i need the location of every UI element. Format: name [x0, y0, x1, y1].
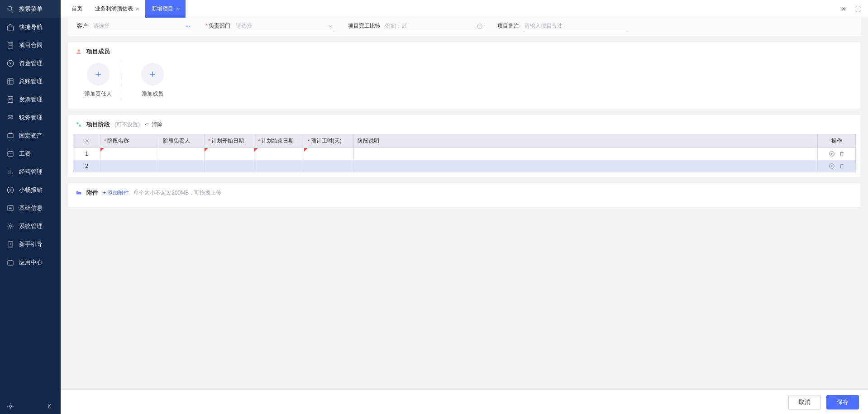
cell-start-date[interactable] — [205, 160, 254, 172]
sidebar-salary[interactable]: 工资 — [0, 145, 61, 163]
col-desc: 阶段说明 — [354, 134, 817, 148]
project-form-row: 客户 *负责部门 项目完工比% — [68, 18, 861, 36]
settings-icon — [6, 222, 14, 230]
add-owner-button[interactable] — [87, 63, 110, 86]
phase-table: *阶段名称 阶段负责人 *计划开始日期 *计划结束日期 *预计工时(天) 阶段说… — [73, 134, 856, 172]
remark-label: 项目备注 — [497, 22, 519, 30]
add-owner-box: 添加责任人 — [76, 61, 121, 100]
sidebar-item-label: 新手引导 — [19, 240, 43, 248]
svg-point-9 — [10, 225, 12, 228]
add-row-icon[interactable] — [829, 163, 835, 169]
apps-icon — [6, 258, 14, 266]
attachment-section: 附件 + 添加附件 单个大小不超过200MB，可拖拽上传 — [68, 183, 861, 207]
table-row: 1 — [73, 148, 817, 160]
cell-phase-name[interactable] — [100, 160, 159, 172]
table-row: 2 — [73, 160, 817, 172]
tax-icon — [6, 114, 14, 122]
save-button[interactable]: 保存 — [826, 395, 859, 409]
delete-row-icon[interactable] — [839, 151, 845, 157]
cell-desc[interactable] — [354, 160, 817, 172]
info-icon — [6, 204, 14, 212]
sidebar-invoice[interactable]: 发票管理 — [0, 90, 61, 109]
members-section: 项目成员 添加责任人 添加成员 — [68, 42, 861, 109]
close-icon[interactable]: × — [136, 6, 139, 12]
add-member-button[interactable] — [141, 63, 164, 86]
cell-end-date[interactable] — [254, 148, 304, 160]
sidebar-tax[interactable]: 税务管理 — [0, 109, 61, 127]
department-input[interactable] — [235, 21, 334, 31]
tab-new-project[interactable]: 新增项目 × — [145, 0, 186, 18]
phase-clear-button[interactable]: 清除 — [144, 121, 162, 128]
svg-point-17 — [78, 49, 80, 52]
row-index: 1 — [73, 148, 100, 160]
gear-column-header[interactable] — [73, 134, 100, 148]
close-panel-icon[interactable]: ✕ — [838, 4, 849, 14]
sidebar-item-label: 基础信息 — [19, 204, 43, 212]
add-attachment-button[interactable]: + 添加附件 — [103, 189, 129, 197]
sidebar: 搜索菜单 快捷导航 项目合同 资金管理 总账管理 发票管理 税务管理 固定资产 — [0, 0, 61, 414]
person-icon — [76, 48, 82, 55]
svg-point-20 — [86, 140, 88, 142]
sidebar-quicknav[interactable]: 快捷导航 — [0, 18, 61, 36]
cell-phase-name[interactable] — [100, 148, 159, 160]
cell-phase-person[interactable] — [159, 160, 205, 172]
svg-rect-5 — [8, 134, 13, 138]
svg-point-0 — [8, 6, 12, 10]
cell-end-date[interactable] — [254, 160, 304, 172]
sidebar-item-label: 经营管理 — [19, 168, 43, 176]
collapse-icon[interactable] — [46, 402, 54, 410]
home-icon — [6, 23, 14, 31]
row-index: 2 — [73, 160, 100, 172]
sidebar-item-label: 发票管理 — [19, 95, 43, 104]
sidebar-ledger[interactable]: 总账管理 — [0, 72, 61, 90]
add-member-box: 添加成员 — [132, 61, 173, 100]
tab-home[interactable]: 首页 — [65, 0, 89, 18]
sidebar-item-label: 小畅报销 — [19, 186, 43, 194]
cell-hours[interactable] — [304, 148, 354, 160]
cell-desc[interactable] — [354, 148, 817, 160]
remark-input[interactable] — [524, 21, 628, 31]
add-row-icon[interactable] — [829, 151, 835, 157]
sidebar-item-label: 工资 — [19, 150, 31, 158]
phase-title: 项目阶段 — [86, 120, 110, 128]
cell-start-date[interactable] — [205, 148, 254, 160]
col-start-date: *计划开始日期 — [205, 134, 254, 148]
close-icon[interactable]: × — [176, 6, 179, 12]
file-icon — [6, 41, 14, 49]
sidebar-item-label: 应用中心 — [19, 258, 43, 266]
add-owner-label: 添加责任人 — [85, 90, 112, 98]
svg-rect-3 — [8, 79, 13, 84]
guide-icon — [6, 240, 14, 248]
ledger-icon — [6, 77, 14, 86]
cancel-button[interactable]: 取消 — [788, 395, 821, 409]
col-phase-name: *阶段名称 — [100, 134, 159, 148]
folder-icon — [76, 190, 82, 196]
sidebar-guide[interactable]: 新手引导 — [0, 235, 61, 253]
cell-phase-person[interactable] — [159, 148, 205, 160]
sidebar-item-label: 固定资产 — [19, 132, 43, 140]
fullscreen-icon[interactable] — [853, 4, 863, 14]
footer: 取消 保存 — [61, 390, 868, 414]
sidebar-asset[interactable]: 固定资产 — [0, 127, 61, 145]
tab-label: 业务利润预估表 — [95, 5, 133, 13]
sidebar-reimburse[interactable]: 小畅报销 — [0, 181, 61, 199]
sidebar-operation[interactable]: 经营管理 — [0, 163, 61, 181]
sidebar-item-label: 税务管理 — [19, 114, 43, 122]
sidebar-item-label: 系统管理 — [19, 222, 43, 230]
sidebar-project-contract[interactable]: 项目合同 — [0, 36, 61, 54]
salary-icon — [6, 150, 14, 158]
reimburse-icon — [6, 186, 14, 194]
sidebar-funds[interactable]: 资金管理 — [0, 54, 61, 72]
cell-hours[interactable] — [304, 160, 354, 172]
completion-input[interactable] — [384, 21, 484, 31]
customer-input[interactable] — [92, 21, 192, 31]
tab-profit-forecast[interactable]: 业务利润预估表 × — [89, 0, 145, 18]
sidebar-system[interactable]: 系统管理 — [0, 217, 61, 235]
delete-row-icon[interactable] — [839, 163, 845, 169]
sidebar-basicinfo[interactable]: 基础信息 — [0, 199, 61, 217]
gear-icon[interactable] — [6, 402, 14, 410]
sidebar-apps[interactable]: 应用中心 — [0, 253, 61, 271]
sidebar-search[interactable]: 搜索菜单 — [0, 0, 61, 18]
tabbar: 首页 业务利润预估表 × 新增项目 × ✕ — [61, 0, 868, 18]
sidebar-item-label: 资金管理 — [19, 59, 43, 67]
